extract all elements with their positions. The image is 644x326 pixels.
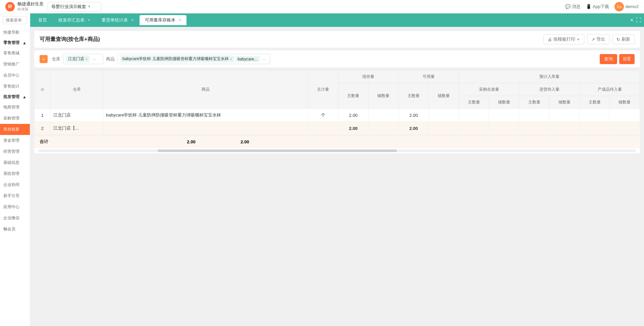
sidebar-item-enterprise[interactable]: 企业协同 (0, 179, 30, 190)
row2-current-main: 2.00 (338, 122, 368, 135)
tab-home-label: 首页 (38, 17, 47, 23)
warehouse-tag-close[interactable]: × (86, 57, 88, 61)
th-products-main: 主数量 (580, 96, 610, 109)
tab-bar-actions: × ⛶ (630, 17, 641, 23)
product-filter-label: 商品 (106, 56, 115, 62)
sidebar-item-enterprise-wechat[interactable]: 企业微信 (0, 213, 30, 224)
filter-actions: 查询 设置 (600, 54, 635, 64)
row1-no: 1 (35, 109, 51, 122)
logo-text-block: 畅捷通好生意 标准版 (17, 1, 44, 12)
enterprise-wechat-label: 企业微信 (3, 215, 19, 221)
warehouse-filter-dots[interactable]: ··· (91, 56, 97, 61)
scroll-bar-thumb[interactable] (158, 149, 397, 152)
search-input[interactable] (3, 16, 27, 24)
user-area[interactable]: Ea demo2 (614, 2, 639, 11)
inventory-label: 库存核算 (3, 127, 19, 132)
sidebar-item-quick-nav[interactable]: 快捷导航 (0, 27, 30, 38)
tab-receive-pay[interactable]: 收发存汇总表 × (53, 15, 96, 25)
th-available-group: 可用量 (398, 71, 459, 83)
row1-incoming-sub (549, 109, 580, 122)
app-download-btn[interactable]: 📱 App下载 (586, 4, 609, 10)
th-settings: ⚙ (35, 71, 51, 109)
export-btn[interactable]: ↗ 导出 (587, 34, 609, 44)
tab-minimize-btn[interactable]: × (630, 17, 633, 23)
message-btn[interactable]: 💬 消息 (565, 4, 581, 10)
th-forecast-inbound-label: 预计入库量 (539, 74, 559, 79)
filter-group: 仓库 江北门店 × ··· 商品 babycare学饮杯 儿童防摔防撞吸管杯重力… (52, 54, 596, 64)
sidebar-item-ecommerce[interactable]: 电商管理 (0, 102, 30, 113)
table-wrap: ⚙ 仓库 商品 主计量 (34, 70, 640, 135)
tab-available-inventory[interactable]: 可用量库存账本 × (140, 15, 186, 25)
summary-current-main: 2.00 (178, 139, 205, 144)
sidebar-item-vip-member[interactable]: 畅会员 (0, 224, 30, 235)
th-forecast-purchase-group: 采购在途量 (459, 83, 519, 96)
row2-current-sub (368, 122, 398, 135)
sidebar-item-system[interactable]: 系统管理 (0, 168, 30, 179)
product-filter-input[interactable]: babycare学饮杯 儿童防摔防撞吸管杯重力球吸嘴杯宝宝水杯 × babyca… (117, 54, 270, 64)
tab-receive-pay-close[interactable]: × (88, 18, 90, 22)
query-btn[interactable]: 查询 (600, 54, 617, 64)
retail-stats-label: 零售统计 (3, 84, 19, 89)
sidebar-item-inventory[interactable]: 库存核算 (0, 124, 30, 135)
row2-products-main (580, 122, 610, 135)
sidebar-item-retail-mgmt[interactable]: 零售管理 ▲ (0, 38, 30, 48)
sidebar-item-wholesale-mgmt[interactable]: 批发管理 ▲ (0, 92, 30, 102)
main-layout: 快捷导航 零售管理 ▲ 零售商城 营销推广 会员中心 零售统计 批发管理 ▲ 电… (0, 13, 644, 326)
sidebar-item-retail-mall[interactable]: 零售商城 (0, 48, 30, 59)
warehouse-filter-input[interactable]: 江北门店 × ··· (63, 54, 103, 64)
export-icon: ↗ (591, 37, 595, 42)
wholesale-mgmt-chevron: ▲ (22, 95, 26, 99)
tab-available-inventory-close[interactable]: × (179, 18, 181, 22)
sidebar-item-member-center[interactable]: 会员中心 (0, 70, 30, 81)
product-tag1-close[interactable]: × (230, 57, 232, 61)
message-label: 消息 (572, 4, 581, 10)
sidebar-item-purchase[interactable]: 采购管理 (0, 113, 30, 124)
new-guide-label: 新手引导 (3, 193, 19, 199)
tab-bar: 首页 收发存汇总表 × 要货单统计表 × 可用量库存账本 × × ⛶ (30, 13, 644, 27)
th-products-sub: 辅数量 (609, 96, 640, 109)
phone-icon: 📱 (586, 4, 591, 9)
row2-avail-sub (429, 122, 459, 135)
sidebar-item-retail-stats[interactable]: 零售统计 (0, 81, 30, 92)
table-settings-icon[interactable]: ⚙ (41, 87, 44, 92)
tab-order-stats[interactable]: 要货单统计表 × (96, 15, 139, 25)
row2-product (103, 122, 308, 135)
app-center-label: 应用中心 (3, 204, 19, 210)
th-incoming-main-label: 主数量 (528, 100, 540, 104)
refresh-btn[interactable]: ↻ 刷新 (612, 34, 635, 44)
print-chevron: ▼ (577, 38, 580, 41)
avatar-text: Ea (617, 5, 622, 9)
store-selector[interactable]: 母婴行业演示账套 ▼ (48, 2, 101, 11)
tab-order-stats-label: 要货单统计表 (102, 17, 128, 23)
tab-maximize-btn[interactable]: ⛶ (636, 17, 641, 23)
tab-home[interactable]: 首页 (33, 15, 52, 25)
scroll-bar-wrap (34, 148, 640, 153)
filter-toggle-icon: » (42, 56, 45, 61)
th-incoming-sub-label: 辅数量 (558, 100, 571, 104)
sidebar-item-basics[interactable]: 基础信息 (0, 157, 30, 168)
th-unit-label: 主计量 (317, 87, 329, 92)
settings-btn[interactable]: 设置 (619, 54, 635, 64)
summary-label: 合计 (37, 139, 151, 145)
print-icon: 🖨 (548, 37, 552, 42)
sidebar-item-app-center[interactable]: 应用中心 (0, 201, 30, 213)
print-template-label: 按模板打印 (553, 36, 575, 42)
th-current-main-label: 主数量 (347, 93, 359, 98)
tab-available-inventory-label: 可用量库存账本 (145, 17, 175, 23)
sidebar-item-new-guide[interactable]: 新手引导 (0, 190, 30, 201)
sidebar-item-finance[interactable]: 资金管理 (0, 135, 30, 146)
avatar: Ea (614, 2, 624, 11)
print-template-btn[interactable]: 🖨 按模板打印 ▼ (543, 34, 584, 44)
tab-order-stats-close[interactable]: × (131, 18, 133, 22)
table-row: 1 江北门店 babycare学饮杯 儿童防摔防撞吸管杯重力球吸嘴杯宝宝水杯 个… (35, 109, 640, 122)
th-current-main: 主数量 (338, 83, 368, 109)
filter-toggle-btn[interactable]: » (40, 55, 48, 63)
row2-warehouse: 江北门店【... (50, 122, 103, 135)
product-filter-dots[interactable]: ··· (261, 56, 267, 61)
th-purchase-sub: 辅数量 (489, 96, 519, 109)
sidebar-item-operations[interactable]: 经营管理 (0, 146, 30, 157)
product-filter-tag1: babycare学饮杯 儿童防摔防撞吸管杯重力球吸嘴杯宝宝水杯 × (120, 55, 234, 62)
warehouse-filter-label: 仓库 (52, 56, 60, 62)
row1-unit: 个 (308, 109, 338, 122)
sidebar-item-marketing[interactable]: 营销推广 (0, 59, 30, 70)
